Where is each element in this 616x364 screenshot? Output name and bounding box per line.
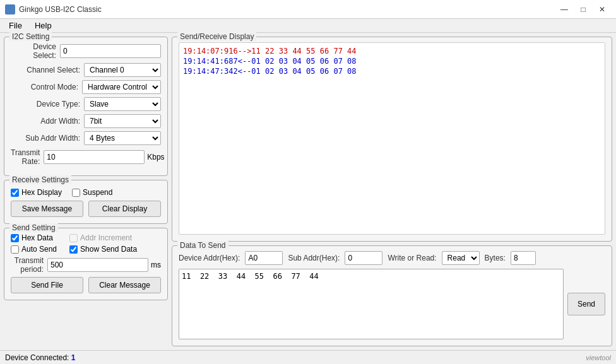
device-addr-label: Device Addr(Hex): bbox=[179, 254, 240, 262]
sub-addr-input[interactable] bbox=[345, 251, 382, 265]
i2c-setting-group: I2C Setting Device Select: Channel Selec… bbox=[4, 37, 168, 176]
receive-settings-group: Receive Settings Hex Display Suspend Sav… bbox=[4, 180, 168, 224]
send-receive-display-group: Send/Receive Display 19:14:07:916-->11 2… bbox=[172, 37, 612, 242]
addr-width-label: Addr Width: bbox=[11, 117, 80, 126]
suspend-checkbox[interactable] bbox=[72, 189, 80, 197]
channel-select-input[interactable]: Channel 0 Channel 1 bbox=[84, 63, 161, 77]
right-panel: Send/Receive Display 19:14:07:916-->11 2… bbox=[172, 37, 612, 346]
send-checks-col2: Addr Increment Show Send Data bbox=[69, 233, 137, 254]
sub-addr-width-label: Sub Addr Width: bbox=[11, 134, 80, 143]
transmit-rate-label: Transmit Rate: bbox=[11, 148, 40, 166]
auto-send-label: Auto Send bbox=[21, 245, 57, 254]
device-select-label: Device Select: bbox=[11, 42, 56, 60]
send-btn-container: Send bbox=[567, 269, 605, 339]
data-to-send-top: Device Addr(Hex): Sub Addr(Hex): Write o… bbox=[179, 251, 605, 265]
device-type-label: Device Type: bbox=[11, 100, 80, 109]
control-mode-row: Control Mode: Hardware Control Software … bbox=[11, 80, 161, 94]
log-line-2: 19:14:41:687<--01 02 03 04 05 06 07 08 bbox=[183, 57, 601, 66]
left-panel: I2C Setting Device Select: Channel Selec… bbox=[4, 37, 168, 346]
data-to-send-title: Data To Send bbox=[177, 241, 228, 250]
show-send-data-label: Show Send Data bbox=[80, 245, 137, 254]
show-send-data-checkbox[interactable] bbox=[69, 245, 78, 254]
suspend-label: Suspend bbox=[83, 188, 112, 197]
hex-data-checkbox-label[interactable]: Hex Data bbox=[11, 233, 57, 242]
sub-addr-label: Sub Addr(Hex): bbox=[288, 254, 340, 262]
sub-addr-width-input[interactable]: 4 Bytes 1 Byte 2 Bytes bbox=[84, 131, 161, 145]
device-select-row: Device Select: bbox=[11, 42, 161, 60]
menu-bar: File Help bbox=[0, 19, 616, 33]
status-value: 1 bbox=[71, 353, 76, 362]
app-icon bbox=[5, 4, 15, 15]
data-area-row: 11 22 33 44 55 66 77 44 Send bbox=[179, 269, 605, 339]
clear-message-button[interactable]: Clear Message bbox=[88, 277, 161, 293]
auto-send-checkbox-label[interactable]: Auto Send bbox=[11, 245, 57, 254]
transmit-period-label: Transmit period: bbox=[11, 256, 44, 274]
hex-display-checkbox[interactable] bbox=[11, 189, 19, 197]
hex-data-checkbox[interactable] bbox=[11, 234, 19, 242]
write-or-read-select[interactable]: Read Write bbox=[442, 251, 480, 265]
auto-send-checkbox[interactable] bbox=[11, 245, 19, 254]
channel-select-row: Channel Select: Channel 0 Channel 1 bbox=[11, 63, 161, 77]
send-button[interactable]: Send bbox=[567, 293, 605, 315]
title-bar-title: Ginkgo USB-I2C Classic bbox=[19, 5, 102, 14]
status-bar: Device Connected: 1 viewtool bbox=[0, 350, 616, 364]
transmit-period-row: Transmit period: ms bbox=[11, 256, 161, 274]
write-or-read-label: Write or Read: bbox=[388, 254, 436, 262]
title-bar: Ginkgo USB-I2C Classic — □ ✕ bbox=[0, 0, 616, 19]
receive-buttons: Save Message Clear Display bbox=[11, 201, 161, 217]
device-type-input[interactable]: Slave Master bbox=[84, 97, 161, 111]
title-bar-controls: — □ ✕ bbox=[555, 3, 611, 16]
data-textarea[interactable]: 11 22 33 44 55 66 77 44 bbox=[179, 269, 564, 339]
hex-data-label: Hex Data bbox=[21, 233, 53, 242]
close-button[interactable]: ✕ bbox=[593, 3, 611, 16]
transmit-rate-row: Transmit Rate: Kbps bbox=[11, 148, 161, 166]
i2c-setting-title: I2C Setting bbox=[9, 32, 52, 41]
watermark: viewtool bbox=[586, 354, 611, 361]
status-label: Device Connected: bbox=[5, 353, 71, 362]
menu-file[interactable]: File bbox=[3, 20, 28, 32]
save-message-button[interactable]: Save Message bbox=[11, 201, 83, 217]
log-line-3: 19:14:47:342<--01 02 03 04 05 06 07 08 bbox=[183, 67, 601, 76]
receive-checkboxes: Hex Display Suspend bbox=[11, 188, 161, 197]
minimize-button[interactable]: — bbox=[555, 3, 573, 16]
device-select-input[interactable] bbox=[60, 44, 161, 58]
hex-display-checkbox-label[interactable]: Hex Display bbox=[11, 188, 62, 197]
transmit-rate-unit: Kbps bbox=[147, 153, 164, 161]
device-addr-input[interactable] bbox=[245, 251, 283, 265]
send-setting-group: Send Setting Hex Data Auto Send Addr bbox=[4, 228, 168, 300]
show-send-data-checkbox-label[interactable]: Show Send Data bbox=[69, 245, 137, 254]
transmit-period-unit: ms bbox=[151, 261, 161, 269]
send-receive-display-area: 19:14:07:916-->11 22 33 44 55 66 77 44 1… bbox=[179, 42, 605, 235]
sub-addr-width-row: Sub Addr Width: 4 Bytes 1 Byte 2 Bytes bbox=[11, 131, 161, 145]
main-content: I2C Setting Device Select: Channel Selec… bbox=[0, 33, 616, 350]
channel-select-label: Channel Select: bbox=[11, 66, 80, 74]
send-checks-col1: Hex Data Auto Send bbox=[11, 233, 57, 254]
clear-display-button[interactable]: Clear Display bbox=[88, 201, 161, 217]
addr-increment-checkbox-label: Addr Increment bbox=[69, 233, 137, 242]
menu-help[interactable]: Help bbox=[28, 20, 58, 32]
addr-increment-checkbox bbox=[69, 234, 78, 242]
transmit-period-input[interactable] bbox=[47, 258, 148, 272]
bytes-input[interactable] bbox=[511, 251, 536, 265]
send-buttons: Send File Clear Message bbox=[11, 277, 161, 293]
log-line-1: 19:14:07:916-->11 22 33 44 55 66 77 44 bbox=[183, 47, 601, 56]
data-to-send-group: Data To Send Device Addr(Hex): Sub Addr(… bbox=[172, 245, 612, 346]
device-type-row: Device Type: Slave Master bbox=[11, 97, 161, 111]
control-mode-input[interactable]: Hardware Control Software Control bbox=[82, 80, 161, 94]
addr-increment-label: Addr Increment bbox=[80, 233, 132, 242]
bytes-label: Bytes: bbox=[485, 254, 506, 262]
title-bar-left: Ginkgo USB-I2C Classic bbox=[5, 4, 102, 15]
send-setting-title: Send Setting bbox=[9, 223, 58, 232]
maximize-button[interactable]: □ bbox=[574, 3, 592, 16]
transmit-rate-input[interactable] bbox=[44, 150, 145, 164]
suspend-checkbox-label[interactable]: Suspend bbox=[72, 188, 112, 197]
receive-settings-title: Receive Settings bbox=[9, 175, 71, 184]
send-receive-display-title: Send/Receive Display bbox=[177, 32, 256, 41]
control-mode-label: Control Mode: bbox=[11, 83, 78, 91]
addr-width-input[interactable]: 7bit 10bit bbox=[84, 114, 161, 128]
hex-display-label: Hex Display bbox=[21, 188, 62, 197]
send-file-button[interactable]: Send File bbox=[11, 277, 83, 293]
addr-width-row: Addr Width: 7bit 10bit bbox=[11, 114, 161, 128]
